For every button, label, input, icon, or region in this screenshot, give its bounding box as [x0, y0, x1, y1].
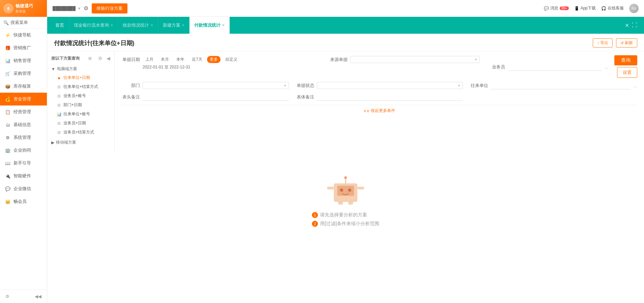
status-select[interactable]: ▾	[317, 82, 463, 89]
status-label: 单据状态	[296, 83, 314, 89]
tab-home[interactable]: 首页	[51, 17, 69, 34]
export-button[interactable]: ↑ 导出	[593, 38, 613, 48]
tab-payments-label: 付款情况统计	[194, 22, 221, 28]
app-download-button[interactable]: 📱 App下载	[574, 5, 596, 11]
tab-receipts-close-icon[interactable]: ×	[151, 23, 153, 28]
sidebar-item-purchase[interactable]: 🛒 采购管理	[0, 67, 47, 80]
date-shortcut-custom[interactable]: 自定义	[223, 56, 240, 63]
tab-payments-close-icon[interactable]: ×	[222, 23, 225, 28]
sidebar-item-label: 销售管理	[13, 58, 31, 64]
message-button[interactable]: 💬 消息 99+	[544, 5, 569, 11]
sidebar-search-item[interactable]: 🔍 搜索菜单	[0, 17, 47, 29]
tab-close-all-icon[interactable]: ✕	[625, 22, 629, 29]
sidebar-item-inventory[interactable]: 📦 库存核算	[0, 80, 47, 93]
filter-settings-button[interactable]: 设置	[617, 67, 637, 78]
staff-label: 业务员	[487, 64, 505, 70]
tab-cashflow-close-icon[interactable]: ×	[111, 23, 113, 28]
scheme-item-unit-account[interactable]: 📊 往来单位+账号	[47, 110, 114, 119]
scheme-item-staff-settle[interactable]: ⊞ 业务员+结算方式	[47, 128, 114, 137]
trial-button[interactable]: 体验行业方案	[92, 3, 127, 13]
scheme-collapse-button[interactable]: ◀	[107, 56, 110, 61]
scheme-grid-icon: ⊞	[57, 94, 61, 98]
note-body-input[interactable]	[317, 93, 463, 101]
sidebar-item-guide[interactable]: 📖 新手引导	[0, 157, 47, 170]
sidebar-item-label: 经营管理	[13, 109, 31, 115]
date-shortcuts: 上月 本月 本年 近7天 更多 自定义	[143, 56, 240, 63]
operations-icon: 📋	[5, 109, 11, 115]
query-form: 单据日期 上月 本月 本年 近7天 更多 自定义	[115, 51, 644, 151]
date-range-display: 2022-01-01 至 2022-12-31	[143, 65, 190, 69]
scheme-item-label: 业务员+账号	[63, 93, 86, 99]
sidebar-item-enterprise[interactable]: 🏢 企业协同	[0, 144, 47, 157]
sidebar-item-finance[interactable]: 💰 资金管理	[0, 93, 47, 105]
date-shortcut-7days[interactable]: 近7天	[189, 56, 205, 63]
staff-ellipsis-icon[interactable]: ...	[605, 64, 608, 69]
empty-num-1: 1	[312, 212, 318, 218]
sidebar-item-shortcut[interactable]: ⚡ 快捷导航	[0, 29, 47, 41]
scheme-item-staff-date[interactable]: ⊞ 业务员+日期	[47, 119, 114, 128]
date-field: 单据日期 上月 本月 本年 近7天 更多 自定义	[121, 56, 322, 70]
tab-bar: 首页 现金银行流水查询 × 收款情况统计 × 新建方案 × 付款情况统计 ×	[47, 17, 644, 34]
svg-point-5	[344, 176, 347, 179]
user-profile-button[interactable]: Rit	[629, 4, 639, 13]
export-label: 导出	[600, 40, 608, 46]
date-shortcut-this-month[interactable]: 本月	[158, 56, 172, 63]
tab-new-scheme[interactable]: 新建方案 ×	[158, 17, 189, 34]
form-row-notes: 表头备注 表体备注	[121, 93, 637, 101]
scheme-group-mobile-title[interactable]: ▶ 移动端方案	[47, 138, 114, 147]
date-shortcut-more[interactable]: 更多	[207, 56, 221, 63]
scheme-item-dept-date[interactable]: ⊞ 部门+日期	[47, 100, 114, 110]
refresh-button[interactable]: ↺ 刷新	[616, 38, 637, 48]
chevron-down-icon[interactable]: ▾	[78, 6, 80, 11]
tab-new-scheme-label: 新建方案	[163, 22, 180, 28]
scheme-panel: 按以下方案查询 ⊕ ⚙ ◀ ▼ 电脑端方案	[47, 51, 115, 151]
tab-new-scheme-close-icon[interactable]: ×	[182, 23, 184, 28]
note-header-input[interactable]	[143, 93, 289, 101]
scheme-item-unit-date[interactable]: ● 往来单位+日期	[47, 73, 114, 82]
scheme-item-unit-settle[interactable]: ⊞ 往来单位+结算方式	[47, 82, 114, 91]
sidebar-collapse-button[interactable]: ◀◀	[32, 293, 44, 300]
staff-input[interactable]	[508, 63, 602, 71]
scheme-item-label: 业务员+结算方式	[63, 129, 94, 135]
scheme-item-label: 往来单位+账号	[63, 111, 90, 117]
date-shortcut-last-month[interactable]: 上月	[143, 56, 156, 63]
sidebar-item-system[interactable]: ⚙ 系统管理	[0, 131, 47, 144]
tab-payments[interactable]: 付款情况统计 ×	[189, 17, 230, 34]
sidebar-nav: ⚡ 快捷导航 🎁 营销推广 📊 销售管理 🛒 采购管理 📦 库存核算	[0, 29, 47, 290]
sidebar-item-weixin[interactable]: 💬 企业微信	[0, 182, 47, 195]
source-select[interactable]: ▾	[350, 56, 480, 63]
scheme-group-desktop-title[interactable]: ▼ 电脑端方案	[47, 65, 114, 73]
scheme-add-button[interactable]: ⊕	[86, 55, 94, 62]
date-shortcut-this-year[interactable]: 本年	[174, 56, 187, 63]
tab-cashflow[interactable]: 现金银行流水查询 ×	[69, 17, 118, 34]
sidebar-item-sales[interactable]: 📊 销售管理	[0, 54, 47, 67]
sidebar-item-basic[interactable]: 🗂 基础信息	[0, 118, 47, 131]
scheme-active-icon: ●	[57, 75, 61, 80]
unit-input[interactable]	[491, 82, 631, 89]
dept-select[interactable]: ▾	[143, 82, 289, 89]
sidebar-item-label: 基础信息	[13, 122, 31, 128]
logo-text: 畅捷通巧	[16, 3, 33, 9]
top-config-bar: ████████ ▾ ⚙ 体验行业方案 💬 消息 99+ 📱 App下载	[47, 0, 644, 17]
sidebar-item-marketing[interactable]: 🎁 营销推广	[0, 41, 47, 54]
hardware-icon: 🔌	[5, 173, 11, 179]
tab-cashflow-label: 现金银行流水查询	[74, 22, 109, 28]
tab-expand-icon[interactable]: ⛶	[632, 22, 637, 28]
sidebar-item-member[interactable]: 👑 畅会员	[0, 195, 47, 208]
sidebar-item-hardware[interactable]: 🔌 智能硬件	[0, 170, 47, 182]
scheme-item-staff-account[interactable]: ⊞ 业务员+账号	[47, 91, 114, 100]
sidebar-settings-button[interactable]: ⚙	[3, 293, 12, 300]
collapse-more-conditions-button[interactable]: ∧∧ 收起更多条件	[121, 105, 637, 116]
scheme-settings-button[interactable]: ⚙	[96, 55, 104, 62]
settings-icon[interactable]: ⚙	[84, 5, 88, 11]
online-service-label: 在线客服	[608, 5, 624, 11]
sidebar-item-operations[interactable]: 📋 经营管理	[0, 105, 47, 118]
online-service-button[interactable]: 🎧 在线客服	[601, 5, 624, 11]
message-label: 消息	[550, 5, 558, 11]
tab-receipts[interactable]: 收款情况统计 ×	[118, 17, 158, 34]
scheme-actions: ⊕ ⚙ ◀	[86, 55, 110, 62]
query-button[interactable]: 查询	[614, 55, 637, 65]
note-body-label: 表体备注	[296, 94, 314, 100]
unit-ellipsis-icon[interactable]: ...	[634, 83, 637, 88]
note-body-field: 表体备注	[296, 93, 463, 101]
